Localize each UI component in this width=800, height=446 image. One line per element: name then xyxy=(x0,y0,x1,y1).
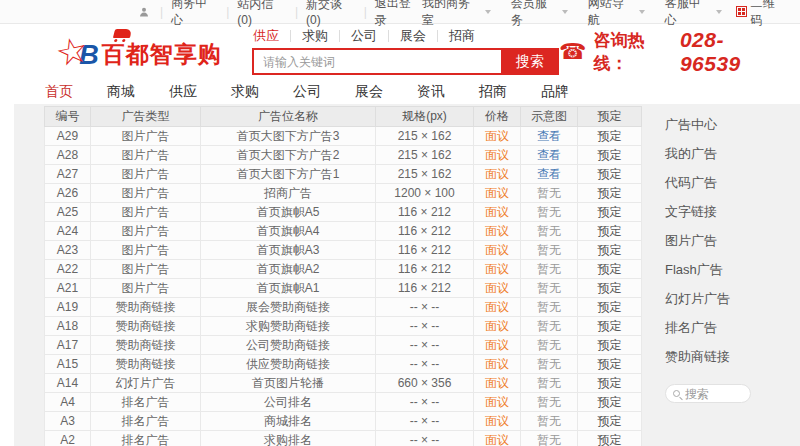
nav-item-8[interactable]: 招商 xyxy=(462,83,524,101)
nav-item-2[interactable]: 商城 xyxy=(90,83,152,101)
ad-name: 供应赞助商链接 xyxy=(201,355,376,374)
price-cell: 面议 xyxy=(474,336,521,355)
table-row: A14幻灯片广告首页图片轮播660 × 356面议暂无预定 xyxy=(45,374,642,393)
ad-spec: -- × -- xyxy=(376,317,474,336)
search-tab-3[interactable]: 公司 xyxy=(340,27,388,45)
star-icon: ☆ xyxy=(53,31,92,73)
book-link[interactable]: 预定 xyxy=(598,167,622,181)
nav-item-5[interactable]: 公司 xyxy=(276,83,338,101)
ad-spec: 215 × 162 xyxy=(376,165,474,184)
search-button[interactable]: 搜索 xyxy=(501,48,559,75)
price-label: 面议 xyxy=(485,281,509,295)
topbar-menu-4[interactable]: 客服中心 xyxy=(665,0,722,29)
search-tab-2[interactable]: 求购 xyxy=(291,27,339,45)
preview-cell: 暂无 xyxy=(521,222,578,241)
ad-spec: 116 × 212 xyxy=(376,260,474,279)
book-cell: 预定 xyxy=(578,222,642,241)
site-logo[interactable]: ☆ B 百都智享购 xyxy=(56,34,250,71)
price-cell: 面议 xyxy=(474,146,521,165)
sidebar-search-input[interactable] xyxy=(685,387,743,401)
search-icon xyxy=(673,390,680,397)
topbar-menu-3[interactable]: 网站导航 xyxy=(588,0,645,29)
sidebar-item-3[interactable]: 代码广告 xyxy=(655,168,795,197)
book-link[interactable]: 预定 xyxy=(598,357,622,371)
topbar: |商务中心|站内信(0)|新交谈(0)|退出登录 我的商务室会员服务网站导航客服… xyxy=(0,0,800,24)
ad-type: 幻灯片广告 xyxy=(91,374,201,393)
topbar-link-2[interactable]: 站内信(0) xyxy=(237,0,287,27)
book-link[interactable]: 预定 xyxy=(598,414,622,428)
nav-item-7[interactable]: 资讯 xyxy=(400,83,462,101)
topbar-menu-1[interactable]: 我的商务室 xyxy=(422,0,491,29)
search-tab-5[interactable]: 招商 xyxy=(438,27,486,45)
preview-none-label: 暂无 xyxy=(537,376,561,390)
search-tab-1[interactable]: 供应 xyxy=(252,27,290,45)
nav-item-6[interactable]: 展会 xyxy=(338,83,400,101)
hotline: ☎ 咨询热线： 028-96539 xyxy=(559,28,778,76)
preview-cell: 暂无 xyxy=(521,241,578,260)
sidebar-item-2[interactable]: 我的广告 xyxy=(655,139,795,168)
book-link[interactable]: 预定 xyxy=(598,338,622,352)
book-link[interactable]: 预定 xyxy=(598,319,622,333)
topbar-link-4[interactable]: 退出登录 xyxy=(375,0,422,29)
price-cell: 面议 xyxy=(474,431,521,446)
preview-view-link[interactable]: 查看 xyxy=(537,129,561,143)
sidebar-search-box[interactable] xyxy=(665,384,751,403)
table-row: A29图片广告首页大图下方广告3215 × 162面议查看预定 xyxy=(45,127,642,146)
book-link[interactable]: 预定 xyxy=(598,129,622,143)
ad-spec: 116 × 212 xyxy=(376,279,474,298)
book-cell: 预定 xyxy=(578,241,642,260)
column-header: 价格 xyxy=(474,107,521,127)
book-link[interactable]: 预定 xyxy=(598,243,622,257)
preview-view-link[interactable]: 查看 xyxy=(537,148,561,162)
nav-item-1[interactable]: 首页 xyxy=(28,83,90,101)
book-cell: 预定 xyxy=(578,146,642,165)
ad-spec: 116 × 212 xyxy=(376,203,474,222)
sidebar-item-9[interactable]: 赞助商链接 xyxy=(655,342,795,371)
ad-type: 赞助商链接 xyxy=(91,355,201,374)
ad-type: 图片广告 xyxy=(91,260,201,279)
nav-item-4[interactable]: 求购 xyxy=(214,83,276,101)
ad-name: 展会赞助商链接 xyxy=(201,298,376,317)
book-link[interactable]: 预定 xyxy=(598,433,622,446)
book-link[interactable]: 预定 xyxy=(598,205,622,219)
table-row: A25图片广告首页旗帜A5116 × 212面议暂无预定 xyxy=(45,203,642,222)
book-link[interactable]: 预定 xyxy=(598,376,622,390)
book-link[interactable]: 预定 xyxy=(598,300,622,314)
qr-entry: 二维码 xyxy=(736,0,786,29)
search-input[interactable] xyxy=(252,48,501,75)
price-cell: 面议 xyxy=(474,165,521,184)
sidebar-item-1[interactable]: 广告中心 xyxy=(655,110,795,139)
preview-view-link[interactable]: 查看 xyxy=(537,167,561,181)
separator: | xyxy=(287,5,306,19)
ad-type: 图片广告 xyxy=(91,203,201,222)
ad-spec: 116 × 212 xyxy=(376,241,474,260)
book-link[interactable]: 预定 xyxy=(598,395,622,409)
qr-code-link[interactable]: 二维码 xyxy=(736,0,786,29)
search-tab-4[interactable]: 展会 xyxy=(389,27,437,45)
preview-cell: 暂无 xyxy=(521,184,578,203)
price-label: 面议 xyxy=(485,414,509,428)
preview-cell: 暂无 xyxy=(521,431,578,446)
book-link[interactable]: 预定 xyxy=(598,186,622,200)
table-row: A19赞助商链接展会赞助商链接-- × --面议暂无预定 xyxy=(45,298,642,317)
topbar-menu-2[interactable]: 会员服务 xyxy=(511,0,568,29)
ad-name: 公司赞助商链接 xyxy=(201,336,376,355)
nav-item-9[interactable]: 品牌 xyxy=(524,83,586,101)
ad-type: 排名广告 xyxy=(91,431,201,446)
topbar-link-3[interactable]: 新交谈(0) xyxy=(306,0,356,27)
book-link[interactable]: 预定 xyxy=(598,224,622,238)
book-link[interactable]: 预定 xyxy=(598,148,622,162)
sidebar-item-4[interactable]: 文字链接 xyxy=(655,197,795,226)
sidebar-item-6[interactable]: Flash广告 xyxy=(655,255,795,284)
chevron-down-icon xyxy=(639,10,645,14)
table-row: A4排名广告公司排名-- × --面议暂无预定 xyxy=(45,393,642,412)
ad-id: A2 xyxy=(45,431,91,446)
sidebar-item-5[interactable]: 图片广告 xyxy=(655,226,795,255)
sidebar-item-8[interactable]: 排名广告 xyxy=(655,313,795,342)
book-link[interactable]: 预定 xyxy=(598,262,622,276)
topbar-link-1[interactable]: 商务中心 xyxy=(171,0,218,29)
book-link[interactable]: 预定 xyxy=(598,281,622,295)
ad-spec: 215 × 162 xyxy=(376,146,474,165)
sidebar-item-7[interactable]: 幻灯片广告 xyxy=(655,284,795,313)
nav-item-3[interactable]: 供应 xyxy=(152,83,214,101)
